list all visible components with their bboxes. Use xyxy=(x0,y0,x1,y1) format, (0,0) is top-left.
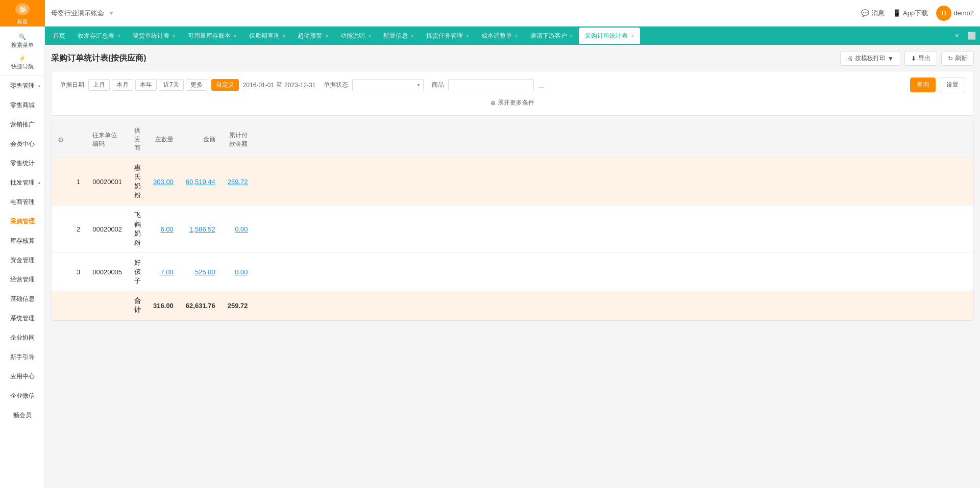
sidebar-item-retail[interactable]: 零售管理 xyxy=(0,76,44,95)
sidebar-item-retail-stat[interactable]: 零售统计 xyxy=(0,153,44,173)
paid-link[interactable]: 259.72 xyxy=(228,178,248,186)
footer-paid-cell: 259.72 xyxy=(222,291,254,320)
goods-more-icon[interactable]: ... xyxy=(538,81,544,89)
footer-label-cell xyxy=(86,291,128,320)
sidebar-item-vip[interactable]: 畅会员 xyxy=(0,405,44,425)
paid-link[interactable]: 0.00 xyxy=(235,225,248,233)
tab-close-purchase-stat[interactable]: × xyxy=(631,33,634,39)
tab-purchase-stat[interactable]: 采购订单统计表× xyxy=(579,28,640,44)
tabbar-end: ×⬜ xyxy=(953,31,978,41)
paid-link[interactable]: 0.00 xyxy=(235,268,248,276)
tab-order-stat[interactable]: 要货单统计表× xyxy=(127,28,182,44)
tab-close-config[interactable]: × xyxy=(411,33,414,39)
tabbar: 首页收发存汇总表×要货单统计表×可用量库存账本×保质期查询×超储预警×功能说明×… xyxy=(45,27,980,45)
sidebar-item-finance[interactable]: 资金管理 xyxy=(0,250,44,270)
tab-close-func[interactable]: × xyxy=(368,33,371,39)
breadcrumb-arrow: ▼ xyxy=(108,10,114,17)
status-filter: 单据状态 xyxy=(324,79,424,91)
tab-close-overstock[interactable]: × xyxy=(325,33,328,39)
settings-button[interactable]: 设置 xyxy=(940,78,965,92)
sidebar-item-wholesale[interactable]: 批发管理 xyxy=(0,173,44,192)
custom-date-btn[interactable]: 自定义 xyxy=(211,79,239,91)
tab-func[interactable]: 功能说明× xyxy=(334,28,377,44)
tab-close-receive[interactable]: × xyxy=(117,33,120,39)
sidebar-item-appstore[interactable]: 应用中心 xyxy=(0,367,44,386)
tab-close-task[interactable]: × xyxy=(466,33,469,39)
quantity-link[interactable]: 7.00 xyxy=(161,268,174,276)
refresh-button[interactable]: ↻ 刷新 xyxy=(941,51,974,66)
status-select[interactable] xyxy=(352,79,424,91)
quantity-link[interactable]: 6.00 xyxy=(161,225,174,233)
amount-link[interactable]: 60,519.44 xyxy=(186,178,215,186)
sidebar: 畅 标题 🔍 搜索菜单 ⚡ 快捷导航 零售管理零售商城营销推广会员中心零售统计批… xyxy=(0,0,45,488)
date-shortcut-本年[interactable]: 本年 xyxy=(135,79,157,91)
expand-more-btn[interactable]: ⊕ 展开更多条件 xyxy=(486,96,538,109)
amount-link[interactable]: 525.80 xyxy=(195,268,215,276)
tab-close-cost[interactable]: × xyxy=(515,33,518,39)
tab-task[interactable]: 拣货任务管理× xyxy=(420,28,475,44)
message-action[interactable]: 💬 消息 xyxy=(861,9,885,18)
topbar-left: 母婴行业演示账套 ▼ xyxy=(51,9,114,18)
tab-overstock[interactable]: 超储预警× xyxy=(291,28,334,44)
sidebar-item-marketing[interactable]: 营销推广 xyxy=(0,115,44,134)
sidebar-item-retail-mall[interactable]: 零售商城 xyxy=(0,95,44,115)
sidebar-item-ecom[interactable]: 电商管理 xyxy=(0,192,44,212)
sidebar-item-system[interactable]: 系统管理 xyxy=(0,309,44,328)
tab-home[interactable]: 首页 xyxy=(47,28,71,44)
app-download-action[interactable]: 📱 App下载 xyxy=(893,9,928,18)
query-button[interactable]: 查询 xyxy=(910,78,936,92)
table-row: 1 00020001 惠氏奶粉 303.00 60,519.44 259.72 xyxy=(52,158,973,206)
goods-input[interactable] xyxy=(448,79,534,91)
sidebar-nav[interactable]: ⚡ 快捷导航 xyxy=(0,51,44,72)
svg-text:畅: 畅 xyxy=(19,6,26,13)
date-shortcut-本月[interactable]: 本月 xyxy=(112,79,133,91)
tab-close-invite[interactable]: × xyxy=(570,33,573,39)
sidebar-item-purchase[interactable]: 采购管理 xyxy=(0,212,44,231)
col-paid-header: 累计付款金额 xyxy=(222,121,254,158)
sidebar-item-enterprise[interactable]: 企业协同 xyxy=(0,328,44,347)
tab-expiry[interactable]: 保质期查询× xyxy=(243,28,292,44)
topbar: 母婴行业演示账套 ▼ 💬 消息 📱 App下载 D demo2 xyxy=(45,0,980,27)
main-area: 母婴行业演示账套 ▼ 💬 消息 📱 App下载 D demo2 首页收发存汇总表… xyxy=(45,0,980,488)
amount-link[interactable]: 1,586.52 xyxy=(189,225,215,233)
row-amount-cell: 60,519.44 xyxy=(180,158,222,206)
tab-config[interactable]: 配置信息× xyxy=(377,28,420,44)
user-avatar-action[interactable]: D demo2 xyxy=(936,6,974,21)
export-button[interactable]: ⬇ 导出 xyxy=(904,51,937,66)
tab-receive[interactable]: 收发存汇总表× xyxy=(71,28,127,44)
col-quantity-header: 主数量 xyxy=(147,121,180,158)
table-settings-icon[interactable]: ⚙ xyxy=(58,136,64,144)
nav-icon: ⚡ xyxy=(19,55,26,62)
table-row: 3 00020005 好孩子 7.00 525.80 0.00 xyxy=(52,253,973,291)
page-title: 采购订单统计表(按供应商) xyxy=(51,53,146,64)
tab-close-order-stat[interactable]: × xyxy=(173,33,176,39)
sidebar-item-inventory-check[interactable]: 库存核算 xyxy=(0,231,44,250)
tab-inventory[interactable]: 可用量库存账本× xyxy=(182,28,243,44)
maximize-button[interactable]: ⬜ xyxy=(965,31,978,41)
row-supplier-cell: 好孩子 xyxy=(128,253,147,291)
filter-card: 单据日期 上月本月本年近7天更多 自定义 2016-01-01 至 2023-1… xyxy=(51,71,974,116)
date-shortcut-更多[interactable]: 更多 xyxy=(186,79,207,91)
date-shortcut-近7天[interactable]: 近7天 xyxy=(159,79,184,91)
quantity-link[interactable]: 303.00 xyxy=(153,178,174,186)
sidebar-item-wechat[interactable]: 企业微信 xyxy=(0,386,44,405)
print-button[interactable]: 🖨 按模板打印 ▼ xyxy=(840,51,900,66)
sidebar-item-newuser[interactable]: 新手引导 xyxy=(0,347,44,367)
sidebar-item-basic[interactable]: 基础信息 xyxy=(0,289,44,309)
row-paid-cell: 0.00 xyxy=(222,253,254,291)
footer-extra-cell xyxy=(254,291,973,320)
sidebar-item-member[interactable]: 会员中心 xyxy=(0,134,44,153)
tab-cost[interactable]: 成本调整单× xyxy=(475,28,524,44)
sidebar-nav-groups: 零售管理零售商城营销推广会员中心零售统计批发管理电商管理采购管理库存核算资金管理… xyxy=(0,76,44,425)
sidebar-item-operations[interactable]: 经营管理 xyxy=(0,270,44,289)
date-shortcut-上月[interactable]: 上月 xyxy=(88,79,110,91)
close-all-tabs-button[interactable]: × xyxy=(953,31,961,41)
tab-close-expiry[interactable]: × xyxy=(283,33,286,39)
tab-invite[interactable]: 邀请下游客户× xyxy=(524,28,579,44)
breadcrumb: 母婴行业演示账套 xyxy=(51,9,104,18)
row-supplier-cell: 飞鹤奶粉 xyxy=(128,206,147,253)
sidebar-search[interactable]: 🔍 搜索菜单 xyxy=(0,30,44,51)
page-header: 采购订单统计表(按供应商) 🖨 按模板打印 ▼ ⬇ 导出 ↻ 刷新 xyxy=(51,51,974,66)
tab-close-inventory[interactable]: × xyxy=(234,33,237,39)
data-table: ⚙ 往来单位编码 供应商 主数量 金额 累计付款金额 1 00020001 惠氏… xyxy=(52,121,973,320)
